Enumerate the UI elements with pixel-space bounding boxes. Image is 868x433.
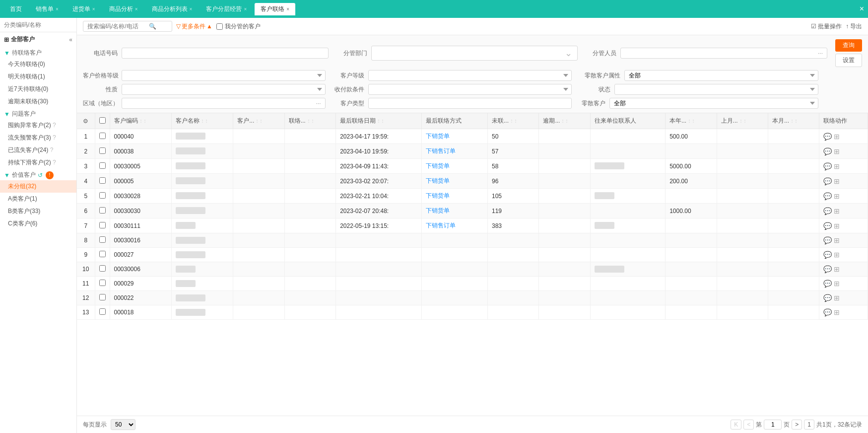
row-last-method-6[interactable]: 下销货单	[421, 204, 487, 218]
last-method-link-3[interactable]: 下销货单	[426, 162, 450, 169]
filter-nature-select[interactable]	[122, 84, 326, 95]
help-icon-churned[interactable]: ?	[50, 146, 54, 153]
sort-not-contacted[interactable]: 未联... ⋮⋮	[492, 117, 518, 125]
sidebar-search-bar[interactable]: 🔍	[0, 18, 76, 32]
row-last-method-5[interactable]: 下销货单	[421, 189, 487, 204]
row-last-method-12[interactable]	[421, 291, 487, 305]
row-checkbox-12[interactable]	[95, 291, 110, 305]
tab-goods-analysis[interactable]: 商品分析 ×	[103, 3, 144, 15]
row-last-method-3[interactable]: 下销货单	[421, 159, 487, 174]
sidebar-item-churned[interactable]: 已流失客户(24) ?	[0, 144, 76, 156]
filter-phone-input[interactable]	[122, 48, 329, 59]
action-chat-icon-9[interactable]: 💬	[823, 251, 832, 259]
action-chat-icon-6[interactable]: 💬	[823, 207, 832, 215]
close-goods-list-icon[interactable]: ×	[190, 6, 193, 12]
per-page-select[interactable]: 50 20 100	[111, 419, 135, 430]
last-method-link-2[interactable]: 下销售订单	[426, 147, 456, 154]
sidebar-item-today[interactable]: 今天待联络(0)	[0, 58, 76, 71]
filter-customer-type-input[interactable]	[368, 98, 572, 109]
row-checkbox-4[interactable]	[95, 174, 110, 189]
action-chat-icon-11[interactable]: 💬	[823, 280, 832, 288]
row-last-method-7[interactable]: 下销售订单	[421, 218, 487, 233]
first-page-button[interactable]: K	[731, 420, 741, 430]
collapse-sidebar-icon[interactable]: «	[69, 36, 72, 43]
sidebar-group-pending[interactable]: ▼ 待联络客户	[0, 47, 76, 58]
tab-sales[interactable]: 销售单 ×	[30, 3, 65, 15]
next-page-button[interactable]: >	[792, 420, 802, 430]
filter-manager-dots[interactable]: ···	[620, 48, 827, 59]
action-chat-icon-13[interactable]: 💬	[823, 308, 832, 316]
row-last-method-2[interactable]: 下销售订单	[421, 144, 487, 159]
action-more-icon-13[interactable]: ⊞	[834, 308, 840, 316]
row-checkbox-11[interactable]	[95, 277, 110, 291]
action-more-icon-8[interactable]: ⊞	[834, 236, 840, 244]
search-icon[interactable]: 🔍	[149, 23, 156, 30]
action-more-icon-4[interactable]: ⊞	[834, 177, 840, 185]
close-sales-icon[interactable]: ×	[56, 6, 59, 12]
help-icon-declining[interactable]: ?	[53, 159, 56, 166]
search-input[interactable]	[87, 23, 147, 30]
batch-op-button[interactable]: ☑ 批量操作	[811, 22, 842, 31]
row-checkbox-3[interactable]	[95, 159, 110, 174]
close-customer-tier-icon[interactable]: ×	[244, 6, 247, 12]
refresh-icon[interactable]: ↺	[38, 172, 43, 179]
filter-retail-customer-select[interactable]: 全部	[609, 98, 818, 109]
export-button[interactable]: ↑ 导出	[846, 22, 862, 31]
action-chat-icon-12[interactable]: 💬	[823, 294, 832, 302]
action-chat-icon-10[interactable]: 💬	[823, 265, 832, 273]
action-chat-icon-5[interactable]: 💬	[823, 192, 832, 200]
query-button[interactable]: 查询	[835, 39, 862, 52]
my-customers-filter[interactable]: 我分管的客户	[216, 22, 261, 31]
row-checkbox-2[interactable]	[95, 144, 110, 159]
last-method-link-7[interactable]: 下销售订单	[426, 222, 456, 229]
row-last-method-10[interactable]	[421, 262, 487, 277]
action-more-icon-10[interactable]: ⊞	[834, 265, 840, 273]
action-chat-icon-3[interactable]: 💬	[823, 162, 832, 170]
col-checkbox-header[interactable]	[95, 113, 110, 129]
tab-customer-contact[interactable]: 客户联络 ×	[255, 3, 295, 15]
last-method-link-5[interactable]: 下销货单	[426, 192, 450, 199]
filter-retail-attr-select[interactable]: 全部	[624, 70, 818, 81]
sort-year-amount[interactable]: 本年... ⋮⋮	[669, 117, 695, 125]
sort-last-month[interactable]: 上月... ⋮⋮	[721, 117, 747, 125]
row-checkbox-13[interactable]	[95, 305, 110, 320]
row-checkbox-10[interactable]	[95, 262, 110, 277]
sidebar-item-week[interactable]: 近7天待联络(0)	[0, 83, 76, 95]
settings-icon[interactable]: ⚙	[83, 118, 88, 125]
sort-contact[interactable]: 联络... ⋮⋮	[289, 117, 315, 125]
close-window-button[interactable]: ×	[860, 4, 864, 13]
action-more-icon-6[interactable]: ⊞	[834, 207, 840, 215]
row-last-method-4[interactable]: 下销货单	[421, 174, 487, 189]
sidebar-item-abnormal[interactable]: 囤购异常客户(2) ?	[0, 119, 76, 132]
row-last-method-1[interactable]: 下销货单	[421, 129, 487, 144]
last-method-link-4[interactable]: 下销货单	[426, 177, 450, 184]
row-checkbox-7[interactable]	[95, 218, 110, 233]
filter-dept-select[interactable]: ⌄	[371, 46, 578, 61]
action-more-icon-1[interactable]: ⊞	[834, 133, 840, 141]
action-chat-icon-1[interactable]: 💬	[823, 133, 832, 141]
tab-goods-list[interactable]: 商品分析列表 ×	[146, 3, 199, 15]
close-goods-analysis-icon[interactable]: ×	[135, 6, 138, 12]
sidebar-item-churn-warning[interactable]: 流失预警客户(3) ?	[0, 132, 76, 144]
action-more-icon-12[interactable]: ⊞	[834, 294, 840, 302]
sidebar-group-problem[interactable]: ▼ 问题客户	[0, 108, 76, 119]
row-last-method-8[interactable]	[421, 233, 487, 248]
sidebar-item-class-b[interactable]: B类客户(33)	[0, 205, 76, 217]
action-more-icon-11[interactable]: ⊞	[834, 280, 840, 288]
close-customer-contact-icon[interactable]: ×	[286, 6, 289, 12]
tab-customer-tier[interactable]: 客户分层经营 ×	[200, 3, 253, 15]
row-last-method-13[interactable]	[421, 305, 487, 320]
search-bar[interactable]: 🔍	[83, 21, 172, 32]
sidebar-search-input[interactable]	[4, 21, 77, 28]
action-chat-icon-4[interactable]: 💬	[823, 177, 832, 185]
select-all-checkbox[interactable]	[99, 117, 106, 124]
filter-region-dots[interactable]: ···	[122, 98, 326, 109]
sidebar-item-class-c[interactable]: C类客户(6)	[0, 217, 76, 230]
action-more-icon-3[interactable]: ⊞	[834, 162, 840, 170]
tab-home[interactable]: 首页	[4, 3, 28, 15]
action-more-icon-5[interactable]: ⊞	[834, 192, 840, 200]
sidebar-item-overdue[interactable]: 逾期未联络(30)	[0, 95, 76, 108]
col-settings[interactable]: ⚙	[77, 113, 95, 129]
last-method-link-1[interactable]: 下销货单	[426, 133, 450, 140]
action-more-icon-9[interactable]: ⊞	[834, 251, 840, 259]
